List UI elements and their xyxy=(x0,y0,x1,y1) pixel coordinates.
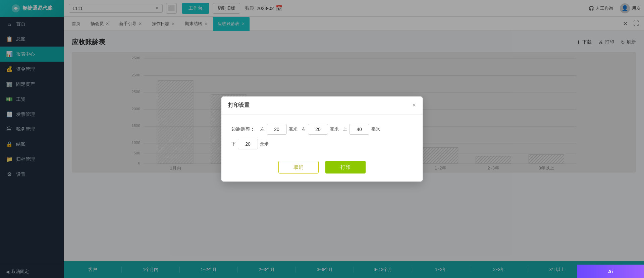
margin-right-label: 右 xyxy=(302,126,306,132)
margin-top-unit: 毫米 xyxy=(371,126,380,132)
margin-top-input[interactable] xyxy=(349,124,369,135)
margin-bottom-label: 下 xyxy=(231,141,236,147)
modal-close-button[interactable]: × xyxy=(412,102,416,109)
modal-overlay: 打印设置 × 边距调整： 左 毫米 右 毫米 上 毫米 xyxy=(0,0,644,278)
margin-label: 边距调整： xyxy=(231,126,255,132)
margin-left-group: 左 毫米 xyxy=(260,124,298,135)
margin-right-unit: 毫米 xyxy=(330,126,339,132)
modal-footer: 取消 打印 xyxy=(221,157,423,182)
print-settings-modal: 打印设置 × 边距调整： 左 毫米 右 毫米 上 毫米 xyxy=(221,96,423,182)
confirm-print-button[interactable]: 打印 xyxy=(325,161,366,173)
margin-left-input[interactable] xyxy=(267,124,287,135)
margin-left-unit: 毫米 xyxy=(289,126,298,132)
ai-bar[interactable]: Ai xyxy=(577,265,644,278)
margin-bottom-input[interactable] xyxy=(238,139,258,149)
margin-bottom-unit: 毫米 xyxy=(260,141,269,147)
modal-header: 打印设置 × xyxy=(221,96,423,115)
margin-left-label: 左 xyxy=(260,126,265,132)
ai-label: Ai xyxy=(608,269,613,274)
modal-title: 打印设置 xyxy=(228,102,250,109)
margin-bottom-group: 下 毫米 xyxy=(231,139,269,149)
margin-row: 边距调整： 左 毫米 右 毫米 上 毫米 下 xyxy=(231,124,413,149)
margin-right-group: 右 毫米 xyxy=(302,124,339,135)
cancel-button[interactable]: 取消 xyxy=(278,161,319,173)
modal-body: 边距调整： 左 毫米 右 毫米 上 毫米 下 xyxy=(221,115,423,157)
margin-right-input[interactable] xyxy=(308,124,328,135)
margin-top-group: 上 毫米 xyxy=(343,124,380,135)
margin-top-label: 上 xyxy=(343,126,347,132)
